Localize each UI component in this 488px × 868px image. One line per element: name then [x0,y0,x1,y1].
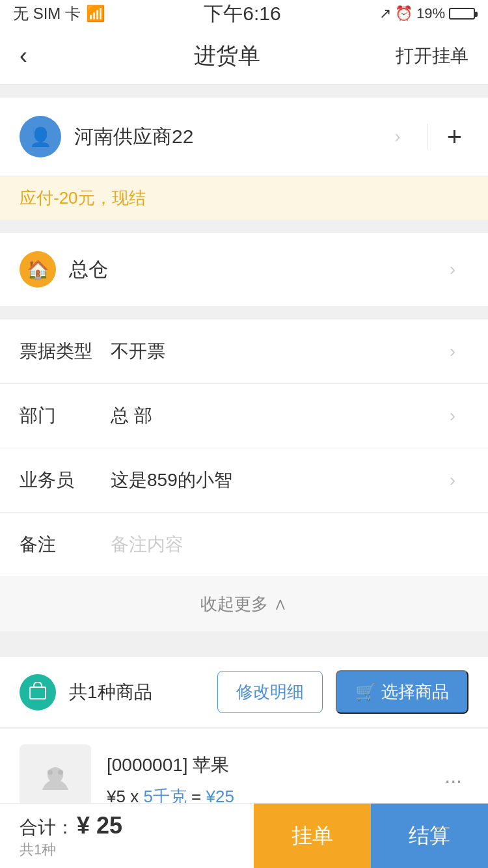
agent-label: 业务员 [20,468,98,493]
warehouse-icon: 🏠 [20,251,56,288]
collapse-button[interactable]: 收起更多 ∧ [0,577,488,631]
total-label: 合计： [20,815,74,840]
gap-2 [0,220,488,233]
wifi-icon: 📶 [86,5,105,23]
agent-chevron: › [450,470,455,491]
products-icon [20,674,56,711]
supplier-avatar: 👤 [20,116,61,157]
footer-total: 合计： ¥ 25 共1种 [0,804,254,868]
warehouse-section: 🏠 总仓 › [0,233,488,306]
supplier-info-banner: 应付-20元，现结 [0,176,488,220]
warehouse-name: 总仓 [69,256,450,283]
ticket-type-chevron: › [450,341,455,362]
supplier-section: 👤 河南供应商22 › + 应付-20元，现结 [0,98,488,220]
dept-chevron: › [450,405,455,426]
supplier-name: 河南供应商22 [74,124,394,150]
supplier-row[interactable]: 👤 河南供应商22 › + [0,98,488,176]
product-info: [0000001] 苹果 ¥5 x 5千克 = ¥25 [107,753,438,808]
remark-label: 备注 [20,532,98,557]
svg-rect-0 [30,687,46,699]
back-button[interactable]: ‹ [20,42,59,70]
footer: 合计： ¥ 25 共1种 挂单 结算 [0,803,488,868]
checkout-button[interactable]: 结算 [371,804,488,868]
warehouse-row[interactable]: 🏠 总仓 › [0,233,488,306]
gap-3 [0,306,488,319]
select-product-button[interactable]: 🛒 选择商品 [336,670,468,714]
supplier-chevron-icon: › [394,126,400,147]
select-product-label: 选择商品 [381,681,449,703]
ticket-type-value: 不开票 [111,339,450,364]
carrier-label: 无 SIM 卡 [13,3,81,24]
total-count: 共1种 [20,840,234,860]
ticket-type-row[interactable]: 票据类型 不开票 › [0,319,488,384]
remark-input[interactable]: 备注内容 [111,532,468,557]
add-supplier-button[interactable]: + [441,122,468,152]
svg-point-2 [47,770,53,775]
dept-value: 总 部 [111,403,450,428]
nav-bar: ‹ 进货单 打开挂单 [0,27,488,85]
open-hold-button[interactable]: 打开挂单 [396,44,468,68]
remark-row[interactable]: 备注 备注内容 [0,513,488,577]
product-name: [0000001] 苹果 [107,753,438,778]
products-count: 共1种商品 [69,680,204,705]
agent-row[interactable]: 业务员 这是859的小智 › [0,448,488,513]
time-label: 下午6:16 [204,1,280,27]
supplier-divider [427,124,427,150]
ticket-type-label: 票据类型 [20,339,98,364]
hold-button[interactable]: 挂单 [254,804,371,868]
select-product-icon: 🛒 [355,682,376,702]
product-more-button[interactable]: ··· [438,762,468,799]
alarm-icon: ⏰ [395,5,413,22]
gap-4 [0,631,488,644]
total-amount: ¥ 25 [77,812,122,839]
dept-label: 部门 [20,403,98,428]
status-right: ↗ ⏰ 19% [379,5,475,22]
product-id: [0000001] [107,755,188,775]
status-bar: 无 SIM 卡 📶 下午6:16 ↗ ⏰ 19% [0,0,488,27]
dept-row[interactable]: 部门 总 部 › [0,384,488,448]
svg-point-3 [58,770,63,775]
agent-value: 这是859的小智 [111,468,450,493]
page-title: 进货单 [194,41,260,71]
warehouse-chevron-icon: › [450,259,455,280]
product-title: 苹果 [193,755,229,775]
avatar-icon: 👤 [29,126,52,148]
form-section: 票据类型 不开票 › 部门 总 部 › 业务员 这是859的小智 › 备注 备注… [0,319,488,577]
location-icon: ↗ [379,5,391,22]
status-left: 无 SIM 卡 📶 [13,3,105,24]
battery-percent: 19% [416,5,445,22]
gap-1 [0,85,488,98]
edit-detail-button[interactable]: 修改明细 [217,671,323,713]
battery-icon [449,8,475,20]
products-header: 共1种商品 修改明细 🛒 选择商品 [0,657,488,727]
